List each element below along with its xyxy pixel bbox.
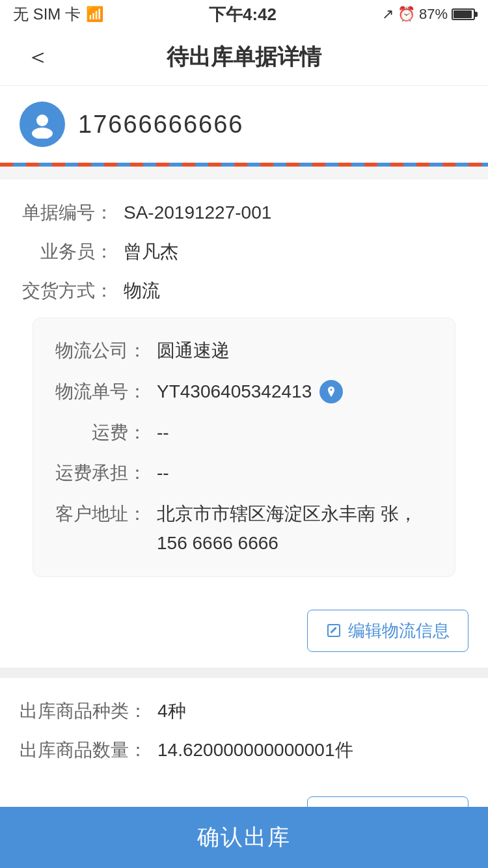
freight-bearer-value: -- [157, 459, 435, 488]
page-title: 待出库单据详情 [167, 42, 321, 72]
wifi-icon: 📶 [86, 6, 103, 23]
freight-value: -- [157, 418, 435, 448]
address-label: 客户地址： [53, 500, 157, 529]
freight-bearer-row: 运费承担： -- [53, 459, 435, 488]
location-status-icon: ↗ [382, 6, 394, 23]
confirm-btn-container: 确认出库 [0, 807, 488, 868]
salesman-row: 业务员： 曾凡杰 [20, 238, 468, 265]
address-value: 北京市市辖区海淀区永丰南 张，156 6666 6666 [157, 500, 435, 558]
salesman-value: 曾凡杰 [124, 238, 468, 265]
freight-bearer-label: 运费承担： [53, 459, 157, 488]
alarm-icon: ⏰ [398, 6, 415, 23]
status-bar: 无 SIM 卡 📶 下午4:42 ↗ ⏰ 87% [0, 0, 488, 29]
product-quantity-row: 出库商品数量： 14.620000000000001件 [20, 737, 468, 764]
logistics-card: 物流公司： 圆通速递 物流单号： YT4306405342413 运费： -- … [33, 318, 455, 577]
product-types-value: 4种 [157, 698, 468, 725]
edit-logistics-button[interactable]: 编辑物流信息 [307, 610, 468, 652]
svg-point-1 [32, 128, 53, 139]
product-section: 出库商品种类： 4种 出库商品数量： 14.620000000000001件 [0, 678, 488, 783]
document-number-value: SA-20191227-001 [124, 199, 468, 226]
document-number-label: 单据编号： [20, 199, 124, 226]
address-row: 客户地址： 北京市市辖区海淀区永丰南 张，156 6666 6666 [53, 500, 435, 558]
status-time: 下午4:42 [209, 3, 277, 26]
user-section: 17666666666 [0, 86, 488, 163]
product-quantity-value: 14.620000000000001件 [157, 737, 468, 764]
product-types-row: 出库商品种类： 4种 [20, 698, 468, 725]
delivery-label: 交货方式： [20, 277, 124, 305]
salesman-label: 业务员： [20, 238, 124, 265]
svg-point-0 [36, 115, 48, 126]
product-quantity-label: 出库商品数量： [20, 737, 157, 764]
document-info-section: 单据编号： SA-20191227-001 业务员： 曾凡杰 交货方式： 物流 … [0, 180, 488, 597]
carrier-label: 无 SIM 卡 [13, 4, 81, 25]
delivery-row: 交货方式： 物流 [20, 277, 468, 305]
delivery-value: 物流 [124, 277, 468, 305]
track-location-icon[interactable] [319, 380, 343, 403]
section-divider [0, 668, 488, 678]
logistics-company-label: 物流公司： [53, 336, 157, 366]
logistics-company-row: 物流公司： 圆通速递 [53, 336, 435, 366]
logistics-tracking-row: 物流单号： YT4306405342413 [53, 377, 435, 407]
document-number-row: 单据编号： SA-20191227-001 [20, 199, 468, 226]
edit-btn-row: 编辑物流信息 [0, 597, 488, 668]
freight-label: 运费： [53, 418, 157, 448]
status-left: 无 SIM 卡 📶 [13, 4, 103, 25]
dashed-separator [0, 163, 488, 167]
logistics-tracking-label: 物流单号： [53, 377, 157, 407]
logistics-company-value: 圆通速递 [157, 336, 435, 366]
freight-row: 运费： -- [53, 418, 435, 448]
edit-icon [326, 623, 342, 638]
nav-bar: ＜ 待出库单据详情 [0, 29, 488, 86]
battery-icon [452, 8, 475, 20]
avatar [20, 102, 65, 147]
battery-text: 87% [419, 6, 448, 23]
logistics-tracking-value: YT4306405342413 [157, 377, 435, 407]
status-right: ↗ ⏰ 87% [382, 6, 475, 23]
user-phone: 17666666666 [78, 111, 243, 139]
user-icon [28, 110, 57, 139]
back-button[interactable]: ＜ [20, 34, 56, 79]
confirm-button[interactable]: 确认出库 [0, 822, 488, 852]
product-types-label: 出库商品种类： [20, 698, 157, 725]
